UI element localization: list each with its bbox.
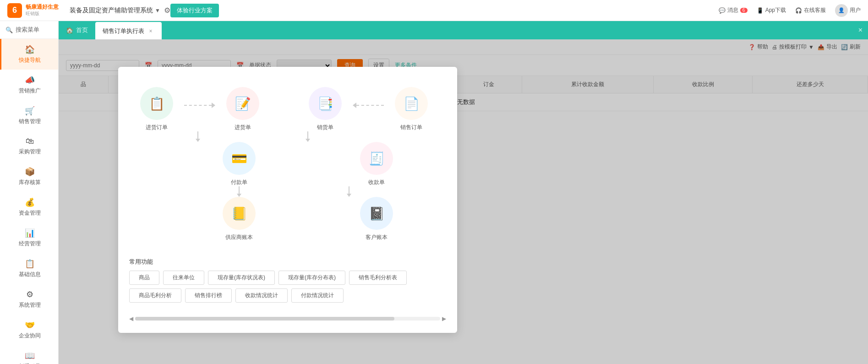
- experience-btn[interactable]: 体验行业方案: [170, 4, 219, 17]
- arrow-2: [353, 103, 356, 108]
- sidebar-label-purchase: 采购管理: [19, 148, 41, 156]
- payment-label: 付款单: [231, 179, 247, 186]
- online-service-label: 在线客服: [804, 6, 826, 14]
- flow-item-sales-order[interactable]: 📄 销售订单: [384, 87, 439, 131]
- logo-icon: 6: [7, 3, 22, 18]
- sidebar-item-operation[interactable]: 📊经营管理: [0, 223, 58, 253]
- logo-title: 畅康通好生意: [26, 4, 59, 10]
- sales-order-icon: 📄: [395, 87, 428, 120]
- scroll-track: [135, 317, 440, 321]
- sidebar-label-quick-nav: 快捷导航: [19, 56, 41, 64]
- dropdown-icon[interactable]: ▼: [155, 7, 160, 14]
- sidebar-label-operation: 经营管理: [19, 240, 41, 248]
- func-btn[interactable]: 商品毛利分析: [129, 288, 181, 303]
- tab-bar: 🏠 首页 销售订单执行表 × ×: [59, 21, 868, 39]
- sidebar-icon-system: ⚙: [26, 289, 33, 299]
- func-btn[interactable]: 现存量(库存分布表): [278, 271, 345, 285]
- sidebar-label-system: 系统管理: [19, 301, 41, 309]
- func-btn[interactable]: 现存量(库存状况表): [208, 271, 275, 285]
- settings-icon[interactable]: ⚙: [164, 6, 170, 15]
- sidebar-icon-purchase: 🛍: [26, 136, 34, 146]
- logo-text: 畅康通好生意 旺销版: [26, 4, 59, 16]
- sales-bill-icon: 📑: [309, 87, 342, 120]
- sidebar-icon-operation: 📊: [25, 228, 35, 238]
- sidebar-icon-inventory: 📦: [25, 167, 35, 177]
- logo-sub: 旺销版: [26, 11, 59, 17]
- tab-home[interactable]: 🏠 首页: [59, 21, 95, 39]
- sidebar-item-sales[interactable]: 🛒销售管理: [0, 100, 58, 131]
- search-icon: 🔍: [5, 27, 13, 33]
- sidebar-item-basic-info[interactable]: 📋基础信息: [0, 253, 58, 284]
- supplier-ledger-label: 供应商账本: [225, 234, 253, 241]
- message-badge: 6: [740, 8, 748, 13]
- sidebar-label-marketing: 营销推广: [19, 87, 41, 95]
- flow-item-customer-ledger[interactable]: 📓 客户账本: [349, 197, 404, 241]
- sidebar-icon-sales: 🛒: [25, 106, 35, 116]
- func-btn[interactable]: 商品: [129, 271, 159, 285]
- scroll-right-arrow[interactable]: ▶: [442, 315, 446, 322]
- top-bar-right: 💬 消息 6 📱 App下载 🎧 在线客服 👤 用户: [719, 4, 861, 17]
- payment-icon: 💳: [223, 142, 256, 175]
- flow-item-purchase-bill[interactable]: 📝 进货单: [215, 87, 270, 131]
- tab-label: 销售订单执行表: [103, 27, 144, 35]
- func-btn[interactable]: 付款情况统计: [291, 288, 344, 303]
- func-btn[interactable]: 销售排行榜: [185, 288, 232, 303]
- scroll-thumb[interactable]: [135, 317, 394, 321]
- flow-item-supplier-ledger[interactable]: 📒 供应商账本: [212, 197, 267, 241]
- customer-ledger-label: 客户账本: [366, 234, 388, 241]
- flow-item-payment[interactable]: 💳 付款单: [212, 142, 267, 186]
- sidebar-label-basic-info: 基础信息: [19, 271, 41, 278]
- sidebar-item-inventory[interactable]: 📦库存核算: [0, 161, 58, 192]
- sidebar-item-newbie[interactable]: 📖新手引导: [0, 345, 58, 364]
- sidebar-icon-finance: 💰: [25, 197, 35, 207]
- modal-overlay[interactable]: 📋 进货订单 📝 进货单: [59, 39, 868, 364]
- sidebar-icon-newbie: 📖: [25, 351, 35, 361]
- sidebar-item-purchase[interactable]: 🛍采购管理: [0, 131, 58, 161]
- online-service-btn[interactable]: 🎧 在线客服: [795, 6, 826, 14]
- sidebar-item-quick-nav[interactable]: 🏠快捷导航: [0, 39, 58, 70]
- sidebar-label-finance: 资金管理: [19, 209, 41, 217]
- sales-bill-label: 销货单: [317, 124, 333, 131]
- tab-sales-order[interactable]: 销售订单执行表 ×: [95, 22, 162, 40]
- sidebar-search[interactable]: 🔍 搜索菜单: [0, 21, 58, 39]
- purchase-bill-label: 进货单: [235, 124, 251, 131]
- func-btn[interactable]: 收款情况统计: [235, 288, 288, 303]
- flow-item-receipt[interactable]: 🧾 收款单: [349, 142, 404, 186]
- purchase-order-icon: 📋: [140, 87, 173, 120]
- arrow-line-2: [356, 105, 384, 106]
- sidebar-label-enterprise: 企业协同: [19, 332, 41, 340]
- sidebar-icon-quick-nav: 🏠: [25, 44, 35, 54]
- user-label: 用户: [850, 6, 861, 14]
- tab-close-icon[interactable]: ×: [147, 27, 154, 35]
- sidebar-item-enterprise[interactable]: 🤝企业协同: [0, 315, 58, 345]
- receipt-label: 收款单: [368, 179, 385, 186]
- content-area: 🏠 首页 销售订单执行表 × × ❓ 帮: [59, 21, 868, 364]
- func-title: 常用功能: [129, 258, 446, 266]
- func-btn[interactable]: 往来单位: [163, 271, 204, 285]
- sidebar-icon-enterprise: 🤝: [25, 320, 35, 330]
- app-download-label: App下载: [765, 6, 786, 14]
- tab-bar-close-btn[interactable]: ×: [858, 26, 863, 34]
- scroll-left-arrow[interactable]: ◀: [129, 315, 133, 322]
- sidebar-item-system[interactable]: ⚙系统管理: [0, 284, 58, 315]
- home-label: 首页: [76, 26, 88, 34]
- page-content: ❓ 帮助 🖨 按模板打印 ▼ 📤 导出: [59, 39, 868, 364]
- sidebar-item-marketing[interactable]: 📣营销推广: [0, 70, 58, 100]
- flow-item-sales-bill[interactable]: 📑 销货单: [298, 87, 353, 131]
- sidebar-item-finance[interactable]: 💰资金管理: [0, 192, 58, 223]
- top-bar: 6 畅康通好生意 旺销版 装备及固定资产辅助管理系统 ▼ ⚙ 体验行业方案 💬 …: [0, 0, 868, 21]
- purchase-bill-icon: 📝: [226, 87, 259, 120]
- sidebar: 🔍 搜索菜单 🏠快捷导航📣营销推广🛒销售管理🛍采购管理📦库存核算💰资金管理📊经营…: [0, 21, 59, 364]
- sidebar-items: 🏠快捷导航📣营销推广🛒销售管理🛍采购管理📦库存核算💰资金管理📊经营管理📋基础信息…: [0, 39, 58, 364]
- message-btn[interactable]: 💬 消息 6: [719, 6, 748, 14]
- message-icon: 💬: [719, 7, 726, 14]
- home-icon: 🏠: [66, 27, 73, 34]
- supplier-ledger-icon: 📒: [223, 197, 256, 230]
- user-btn[interactable]: 👤 用户: [835, 4, 861, 17]
- main-layout: 🔍 搜索菜单 🏠快捷导航📣营销推广🛒销售管理🛍采购管理📦库存核算💰资金管理📊经营…: [0, 21, 868, 364]
- flow-item-purchase-order[interactable]: 📋 进货订单: [129, 87, 184, 131]
- app-download-btn[interactable]: 📱 App下载: [757, 6, 786, 14]
- func-btn[interactable]: 销售毛利分析表: [349, 271, 407, 285]
- message-label: 消息: [727, 6, 738, 14]
- sales-order-label: 销售订单: [400, 124, 422, 131]
